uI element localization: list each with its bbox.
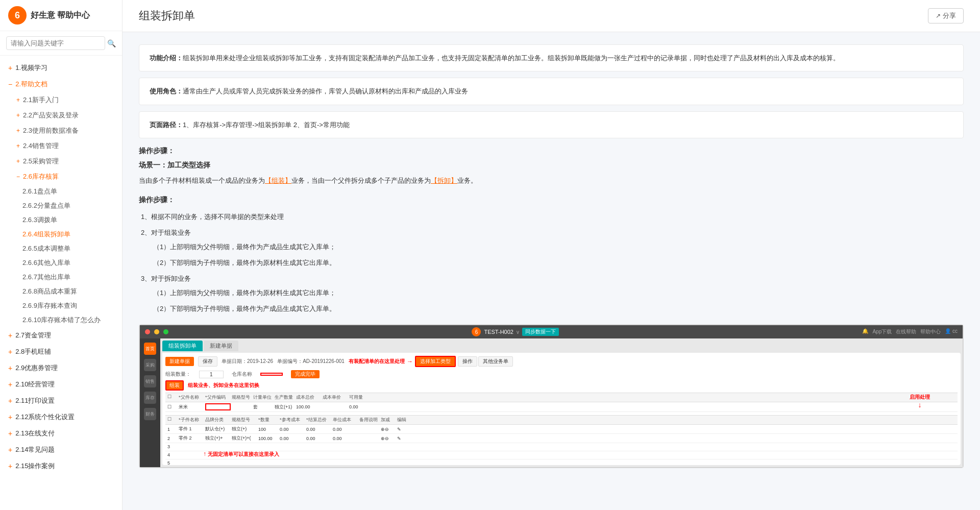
ops-steps-section: 操作步骤： 1、根据不同的业务，选择不同单据的类型来处理 2、对于组装业务 （1… bbox=[139, 196, 964, 316]
nav-section-label-1: 1.视频学习 bbox=[15, 63, 47, 72]
nav-section-header-211[interactable]: + 2.11打印设置 bbox=[0, 393, 122, 409]
function-intro-card: 功能介绍：组装拆卸单用来处理企业组装或拆卸等加工业务，支持有固定装配清单的产品加… bbox=[139, 44, 964, 71]
col-avail: 可用量 bbox=[349, 394, 370, 401]
brow1-name: 零件 1 bbox=[179, 426, 204, 432]
sidebar-subitem-label-264: 2.6.4组装拆卸单 bbox=[22, 230, 70, 238]
sidebar-subitem-label-265: 2.6.5成本调整单 bbox=[22, 245, 70, 252]
col-num: 生产数量 bbox=[275, 394, 295, 401]
nav-section-header-1[interactable]: + 1.视频学习 bbox=[0, 60, 122, 76]
app-table-header: ☐ *父件名称 *父件编码 规格型号 计量单位 生产数量 成本总价 成本单价 可… bbox=[165, 393, 958, 402]
nav-section-header-28[interactable]: + 2.8手机旺辅 bbox=[0, 344, 122, 360]
sidebar-subitem-262[interactable]: 2.6.2分量盘点单 bbox=[0, 199, 122, 213]
nav-section-label-28: 2.8手机旺辅 bbox=[15, 347, 51, 356]
sidebar-item-2-3[interactable]: + 2.3使用前数据准备 bbox=[0, 123, 122, 138]
warehouse-label: 仓库名称 bbox=[232, 371, 252, 378]
annotation1-area: 有装配清单的在这里处理 → 选择加工类型 操作 其他业务单 bbox=[349, 356, 513, 367]
expand-icon-28: + bbox=[8, 348, 12, 356]
sidebar-subitem-266[interactable]: 2.6.6其他入库单 bbox=[0, 256, 122, 270]
step2-sub2: （2）下部明细为子件明细，最终作为原材料生成其它出库单。 bbox=[153, 256, 964, 271]
nav-section-label-29: 2.9优惠券管理 bbox=[15, 363, 58, 373]
sidebar-item-label-2-5: 2.5采购管理 bbox=[23, 157, 59, 166]
nav-section-header-29[interactable]: + 2.9优惠券管理 bbox=[0, 360, 122, 376]
row1-qty: 独立(+1) bbox=[275, 404, 295, 410]
highlight-assembly[interactable]: 【组装】 bbox=[265, 177, 291, 184]
nav-section-2: − 2.帮助文档 + 2.1新手入门 + 2.2产品安装及登录 + 2.3使用前… bbox=[0, 76, 122, 327]
nav-section-214: + 2.14常见问题 bbox=[0, 442, 122, 458]
sidebar-subitem-label-263: 2.6.3调拨单 bbox=[22, 216, 57, 224]
search-button[interactable]: 🔍 bbox=[107, 39, 116, 47]
search-input[interactable] bbox=[6, 36, 105, 50]
sidebar-subitem-268[interactable]: 2.6.8商品成本重算 bbox=[0, 284, 122, 299]
brow1-brand: 默认仓(+) bbox=[205, 426, 231, 432]
icon-user: 👤 cc bbox=[945, 328, 958, 335]
app-screenshot: 6 TEST-H002 v 同步数据一下 🔔 App下载 在线帮助 帮助中心 👤… bbox=[139, 325, 963, 468]
row1-code-input bbox=[205, 403, 231, 410]
app-titlebar: 6 TEST-H002 v 同步数据一下 🔔 App下载 在线帮助 帮助中心 👤… bbox=[140, 325, 963, 338]
sidebar-item-2-5[interactable]: + 2.5采购管理 bbox=[0, 154, 122, 169]
annotation4-text: 无固定清单可以直接在这里录入 bbox=[208, 451, 279, 457]
brow1-add: ⊕⊖ bbox=[381, 427, 396, 432]
nav-section-header-214[interactable]: + 2.14常见问题 bbox=[0, 442, 122, 458]
nav-section-label-27: 2.7资金管理 bbox=[15, 331, 51, 340]
brow2-spec: 独立(+)+( bbox=[232, 435, 257, 442]
qty-label: 组装数量： bbox=[165, 371, 191, 378]
nav-section-header-212[interactable]: + 2.12系统个性化设置 bbox=[0, 409, 122, 425]
nav-section-215: + 2.15操作案例 bbox=[0, 458, 122, 474]
sidebar-subitem-265[interactable]: 2.6.5成本调整单 bbox=[0, 241, 122, 256]
sidebar-subitem-267[interactable]: 2.6.7其他出库单 bbox=[0, 270, 122, 284]
qty-input: 1 bbox=[199, 371, 224, 378]
path-card: 页面路径：1、库存核算->库存管理->组装拆卸单 2、首页->常用功能 bbox=[139, 111, 964, 138]
icon-shop: App下载 bbox=[872, 328, 892, 335]
sidebar-item-2-2[interactable]: + 2.2产品安装及登录 bbox=[0, 108, 122, 123]
maximize-dot bbox=[163, 329, 168, 334]
role-card: 使用角色：通常由生产人员或库管人员完成拆装业务的操作，库管人员确认原材料的出库和… bbox=[139, 78, 964, 105]
nav-section-header-27[interactable]: + 2.7资金管理 bbox=[0, 327, 122, 344]
icon-bell: 🔔 bbox=[862, 328, 868, 335]
scene1-title: 场景一：加工类型选择 bbox=[139, 161, 964, 170]
step3-sub2: （2）下部明细为子件明细，最终作为产成品生成其它入库单。 bbox=[153, 302, 964, 317]
sidebar-subitem-label-261: 2.6.1盘点单 bbox=[22, 187, 57, 195]
sidebar-subitem-2610[interactable]: 2.6.10库存账本错了怎么办 bbox=[0, 313, 122, 327]
sidebar-subitem-269[interactable]: 2.6.9库存账本查询 bbox=[0, 299, 122, 313]
sidebar-subitem-264[interactable]: 2.6.4组装拆卸单 bbox=[0, 227, 122, 241]
nav-section-header-2[interactable]: − 2.帮助文档 bbox=[0, 76, 122, 92]
nav-section-27: + 2.7资金管理 bbox=[0, 327, 122, 344]
switch-tab-btn: 组装 bbox=[165, 380, 184, 391]
sidebar-item-2-6[interactable]: − 2.6库存核算 bbox=[0, 169, 122, 184]
app-sidebar-icon1: 首页 bbox=[144, 343, 156, 355]
nav-section-header-210[interactable]: + 2.10经营管理 bbox=[0, 376, 122, 393]
top-right-icons: 🔔 App下载 在线帮助 帮助中心 👤 cc bbox=[862, 328, 958, 335]
nav-section-header-215[interactable]: + 2.15操作案例 bbox=[0, 458, 122, 474]
sidebar-subitem-label-262: 2.6.2分量盘点单 bbox=[22, 202, 70, 209]
nav-section-label-212: 2.12系统个性化设置 bbox=[15, 412, 75, 422]
main-content: 组装拆卸单 ↗ 分享 功能介绍：组装拆卸单用来处理企业组装或拆卸等加工业务，支持… bbox=[122, 0, 980, 510]
bcol-ref: *参考成本 bbox=[280, 417, 305, 423]
nav-section-header-213[interactable]: + 2.13在线支付 bbox=[0, 425, 122, 442]
nav-section-label-210: 2.10经营管理 bbox=[15, 380, 55, 389]
brow2-unitcost: 0.00 bbox=[333, 436, 358, 441]
expand-icon-212: + bbox=[8, 413, 12, 421]
sidebar-item-2-1[interactable]: + 2.1新手入门 bbox=[0, 92, 122, 108]
form-num-label: 单据编号：AD-20191226-001 bbox=[277, 358, 345, 365]
app-form-header: 新建单据 保存 单据日期：2019-12-26 单据编号：AD-20191226… bbox=[165, 356, 958, 367]
share-button[interactable]: ↗ 分享 bbox=[928, 8, 964, 23]
annotation4-area: ↑ 无固定清单可以直接在这里录入 bbox=[203, 450, 279, 458]
nav-section-29: + 2.9优惠券管理 bbox=[0, 360, 122, 376]
sidebar-subitem-261[interactable]: 2.6.1盘点单 bbox=[0, 184, 122, 199]
step-3: 3、对于拆卸业务 （1）上部明细为父件明细，最终作为原材料生成其它出库单； （2… bbox=[141, 272, 964, 317]
share-icon: ↗ bbox=[936, 12, 941, 19]
function-intro-label: 功能介绍： bbox=[150, 54, 183, 62]
sidebar-item-2-4[interactable]: + 2.4销售管理 bbox=[0, 138, 122, 154]
ops-title: 操作步骤： bbox=[139, 147, 964, 156]
nav-section-label-211: 2.11打印设置 bbox=[15, 396, 55, 405]
highlight-disassembly[interactable]: 【拆卸】 bbox=[431, 177, 457, 184]
sidebar-subitem-label-268: 2.6.8商品成本重算 bbox=[22, 287, 77, 295]
icon-menu: 帮助中心 bbox=[920, 328, 941, 335]
nav-section-213: + 2.13在线支付 bbox=[0, 425, 122, 442]
sidebar-subitem-263[interactable]: 2.6.3调拨单 bbox=[0, 213, 122, 227]
bcol-total: *结算总价 bbox=[306, 417, 332, 423]
annotation1-text: 有装配清单的在这里处理 bbox=[349, 358, 405, 365]
app-logo-small: 6 bbox=[472, 327, 481, 336]
brow1-qty: 100 bbox=[258, 427, 279, 432]
row1-check: ☐ bbox=[167, 404, 178, 409]
